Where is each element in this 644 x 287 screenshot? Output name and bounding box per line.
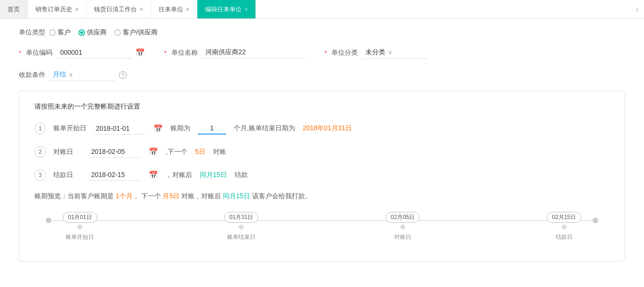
- payment-terms-arrow: ∨: [69, 71, 73, 78]
- unit-name-label: 单位名称: [171, 49, 198, 57]
- period-row-3: 3 结款日 📅 ，对账后 同月15日 结款: [34, 169, 610, 181]
- main-content: 单位类型 客户 供应商 客户/供应商 * 单位编码: [0, 19, 644, 287]
- preview-text: 账期预览：当前客户账期是 1个月， 下一个 月5日 对账，对账后 同月15日 该…: [34, 192, 610, 201]
- timeline-points: 01月01日 账单开始日 01月31日 账单结束日 02月05日 对账: [63, 212, 581, 241]
- period-desc-1b: 个月,账单结束日期为: [234, 124, 295, 133]
- timeline-point-2: 01月31日 账单结束日: [224, 212, 259, 241]
- period-row-1: 1 账单开始日 📅 账期为 个月,账单结束日期为 2018年01月31日: [34, 122, 610, 135]
- timeline-label-4: 结款日: [556, 233, 573, 241]
- unit-code-label: 单位编码: [26, 49, 52, 57]
- section-title: 请按照未来的一个完整帐期进行设置: [34, 102, 610, 111]
- tab-home[interactable]: 首页: [0, 0, 28, 18]
- period-reconcile-cal-icon[interactable]: 📅: [149, 147, 158, 156]
- unit-category-value: 未分类: [365, 48, 385, 57]
- radio-circle-supplier: [78, 29, 85, 36]
- timeline-badge-4: 02月15日: [547, 212, 581, 223]
- tab-cash-work-close[interactable]: ×: [140, 6, 143, 13]
- period-desc-3b: 结款: [235, 171, 248, 179]
- period-label-2: 对账日: [53, 148, 82, 156]
- payment-terms-value: 月结: [53, 70, 66, 79]
- timeline-dot-3: [400, 225, 405, 229]
- timeline-section: 01月01日 账单开始日 01月31日 账单结束日 02月05日 对账: [34, 212, 610, 250]
- unit-name-field: * 单位名称: [164, 47, 305, 59]
- payment-terms-row: 收款条件 月结 ∨ ?: [19, 68, 625, 81]
- radio-circle-customer: [49, 29, 56, 36]
- period-pay-date-input[interactable]: [89, 169, 141, 181]
- unit-code-input[interactable]: [56, 47, 132, 59]
- timeline-point-1: 01月01日 账单开始日: [63, 212, 97, 241]
- unit-code-icon[interactable]: 📅: [136, 48, 145, 57]
- radio-customer[interactable]: 客户: [49, 28, 71, 37]
- timeline-end-dot: [593, 218, 598, 223]
- timeline-dot-4: [562, 225, 567, 229]
- timeline-label-1: 账单开始日: [66, 233, 94, 241]
- timeline-badge-3: 02月05日: [386, 212, 420, 223]
- period-desc-2a: ,下一个: [166, 148, 187, 156]
- unit-info-row: * 单位编码 📅 * 单位名称 * 单位分类 未分类 ∨: [19, 46, 625, 59]
- timeline-point-4: 02月15日 结款日: [547, 212, 581, 241]
- unit-type-row: 单位类型 客户 供应商 客户/供应商: [19, 28, 625, 37]
- period-end-date-highlight: 2018年01月31日: [303, 124, 352, 133]
- timeline-badge-1: 01月01日: [63, 212, 97, 223]
- period-desc-1a: 账期为: [170, 124, 190, 133]
- payment-terms-dropdown[interactable]: 月结 ∨: [49, 68, 115, 81]
- timeline-wrapper: 01月01日 账单开始日 01月31日 账单结束日 02月05日 对账: [49, 212, 595, 250]
- period-reconcile-date-input[interactable]: [89, 146, 141, 158]
- unit-category-label: 单位分类: [331, 49, 358, 57]
- tab-edit-partner-close[interactable]: ×: [245, 6, 248, 13]
- preview-period: 1个月，: [116, 192, 139, 200]
- unit-type-field: 单位类型 客户 供应商 客户/供应商: [19, 28, 158, 37]
- period-start-cal-icon[interactable]: 📅: [153, 124, 163, 133]
- period-desc-3a: ，对账后: [166, 171, 192, 179]
- period-num-2: 2: [34, 146, 46, 158]
- radio-supplier[interactable]: 供应商: [78, 28, 107, 37]
- period-desc-2b: 对账: [213, 148, 226, 156]
- timeline-start-dot: [46, 218, 51, 223]
- timeline-label-3: 对账日: [394, 233, 411, 241]
- unit-type-label: 单位类型: [19, 28, 45, 37]
- period-section: 请按照未来的一个完整帐期进行设置 1 账单开始日 📅 账期为 个月,账单结束日期…: [19, 91, 625, 262]
- radio-both[interactable]: 客户/供应商: [114, 28, 158, 37]
- period-num-1: 1: [34, 123, 46, 134]
- unit-category-field: * 单位分类 未分类 ∨: [324, 46, 428, 59]
- period-label-3: 结款日: [53, 171, 82, 179]
- tab-sales-history-close[interactable]: ×: [75, 6, 78, 13]
- tab-partner-close[interactable]: ×: [186, 6, 189, 13]
- period-label-1: 账单开始日: [53, 124, 86, 133]
- timeline-badge-2: 01月31日: [224, 212, 259, 223]
- radio-circle-both: [114, 29, 121, 36]
- period-pay-day-highlight: 同月15日: [200, 171, 227, 179]
- tab-bar: 首页 销售订单历史 × 钱货日清工作台 × 往来单位 × 编辑往来单位 × ›: [0, 0, 644, 19]
- period-row-2: 2 对账日 📅 ,下一个5日 对账: [34, 146, 610, 158]
- unit-code-field: * 单位编码 📅: [19, 47, 145, 59]
- preview-reconcile-suffix: 对账，对账后: [181, 192, 221, 200]
- tab-arrow[interactable]: ›: [630, 0, 644, 18]
- preview-end: 该客户会给我打款。: [252, 192, 312, 200]
- preview-label: 账期预览：当前客户账期是: [34, 192, 114, 200]
- payment-terms-label: 收款条件: [19, 71, 45, 79]
- tab-edit-partner[interactable]: 编辑往来单位 ×: [197, 0, 256, 18]
- preview-reconcile: 月5日: [162, 192, 179, 200]
- unit-name-input[interactable]: [202, 47, 305, 59]
- unit-category-dropdown[interactable]: 未分类 ∨: [362, 46, 428, 59]
- period-reconcile-day-highlight: 5日: [195, 148, 205, 156]
- help-icon[interactable]: ?: [119, 71, 127, 79]
- payment-terms-field: 收款条件 月结 ∨ ?: [19, 68, 127, 81]
- timeline-dot-2: [239, 225, 244, 229]
- preview-reconcile-prefix: 下一个: [141, 192, 161, 200]
- period-num-3: 3: [34, 169, 46, 181]
- timeline-label-2: 账单结束日: [227, 233, 255, 241]
- tab-partner[interactable]: 往来单位 ×: [151, 0, 197, 18]
- period-pay-cal-icon[interactable]: 📅: [149, 170, 158, 179]
- unit-category-arrow: ∨: [388, 49, 392, 56]
- unit-type-radio-group: 客户 供应商 客户/供应商: [49, 28, 158, 37]
- tab-cash-work[interactable]: 钱货日清工作台 ×: [86, 0, 151, 18]
- period-start-date-input[interactable]: [94, 123, 146, 135]
- timeline-point-3: 02月05日 对账日: [386, 212, 420, 241]
- period-months-input[interactable]: [198, 122, 226, 135]
- timeline-dot-1: [77, 225, 82, 229]
- preview-pay: 同月15日: [223, 192, 250, 200]
- tab-sales-history[interactable]: 销售订单历史 ×: [28, 0, 86, 18]
